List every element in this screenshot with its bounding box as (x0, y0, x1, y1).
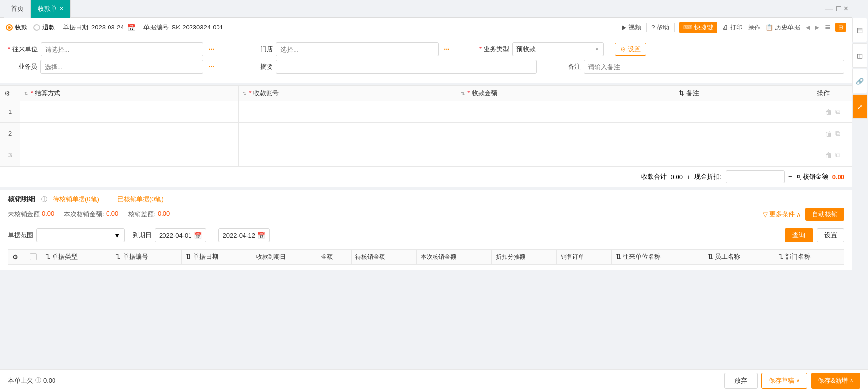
nav-right-icon[interactable]: ▶ (815, 24, 820, 31)
done-tab[interactable]: 已核销单据(0笔) (117, 195, 163, 204)
summary-input[interactable] (276, 60, 537, 74)
date-to-picker[interactable]: 2022-04-12 📅 (218, 228, 270, 242)
row-2-copy-icon[interactable]: ⧉ (835, 129, 840, 138)
radio-shoukuan[interactable]: 收款 (6, 23, 27, 32)
row-3-delete-icon[interactable]: 🗑 (825, 151, 832, 159)
tab-close-icon[interactable]: × (60, 5, 63, 12)
row-1-account[interactable] (238, 101, 457, 123)
bt-discount-header: 折扣分摊额 (491, 250, 556, 265)
select-all-checkbox[interactable] (30, 253, 37, 260)
verify-info-icon[interactable]: ⓘ (41, 196, 47, 204)
store-field: 门店 ··· (244, 42, 450, 56)
row-3-copy-icon[interactable]: ⧉ (835, 151, 840, 159)
row-2-remark[interactable] (675, 123, 813, 144)
sidebar-tool-4-icon: ⤢ (857, 103, 863, 111)
bt-current-header: 本次核销金额 (416, 250, 491, 265)
counterpart-more-icon[interactable]: ··· (208, 45, 214, 53)
help-btn[interactable]: ? 帮助 (651, 23, 669, 32)
window-close-icon[interactable]: × (844, 4, 848, 13)
tab-home[interactable]: 首页 (4, 0, 31, 18)
store-input[interactable] (276, 42, 439, 56)
sidebar-tool-3[interactable]: 🔗 (852, 69, 867, 93)
range-select[interactable]: ▼ (36, 228, 125, 242)
radio-tuikuan[interactable]: 退款 (33, 23, 55, 32)
summary-row: 收款合计 0.00 + 现金折扣: = 可核销金额 0.00 (0, 166, 852, 190)
video-label: 视频 (628, 23, 641, 32)
shortcut-btn[interactable]: ⌨ 快捷键 (679, 22, 717, 33)
history-btn[interactable]: 📋 历史单据 (765, 23, 800, 32)
receipt-type-radio-group: 收款 退款 (6, 23, 55, 32)
summary-total-label: 收款合计 (641, 172, 667, 181)
radio-shoukuan-dot (6, 24, 13, 31)
remark-input[interactable] (584, 60, 844, 74)
verify-section: 核销明细 ⓘ 待核销单据(0笔) 已核销单据(0笔) 未核销金额 0.00 本次… (0, 190, 852, 270)
settings-button[interactable]: ⚙ 设置 (615, 43, 646, 56)
docnum-label: 单据编号 (143, 23, 169, 32)
biztype-select[interactable]: 预收款 ▼ (512, 42, 604, 56)
unverified-value: 0.00 (42, 210, 54, 219)
filter-settings-button[interactable]: 设置 (817, 228, 844, 242)
staff-input[interactable] (40, 60, 203, 74)
nav-left-icon[interactable]: ◀ (805, 24, 810, 31)
range-arrow-icon: ▼ (114, 232, 120, 239)
pending-tab[interactable]: 待核销单据(0笔) (53, 195, 99, 204)
toolbar-right: ▶ 视频 ? 帮助 ⌨ 快捷键 🖨 打印 操作 📋 历史单据 (622, 22, 846, 33)
row-2-actions: 🗑 ⧉ (813, 123, 852, 144)
unverified-label: 未核销金额 (8, 210, 40, 219)
row-3-amount[interactable] (457, 144, 675, 166)
sidebar-tool-2[interactable]: ◫ (852, 43, 867, 68)
video-btn[interactable]: ▶ 视频 (622, 23, 641, 32)
window-minimize-icon[interactable]: — (825, 4, 833, 13)
settings-label: 设置 (628, 45, 641, 54)
date-calendar-icon[interactable]: 📅 (127, 24, 136, 31)
diff-value: 0.00 (158, 210, 170, 219)
summary-discount-input[interactable] (726, 170, 785, 183)
row-3-settlement[interactable] (20, 144, 239, 166)
abandon-button[interactable]: 放弃 (724, 373, 758, 389)
row-1-amount[interactable] (457, 101, 675, 123)
bt-settings-col[interactable]: ⚙ (8, 250, 26, 265)
list-view-icon[interactable]: ≡ (825, 22, 830, 32)
biztype-arrow-icon: ▼ (595, 47, 599, 52)
radio-tuikuan-label: 退款 (42, 23, 55, 32)
row-2-delete-icon[interactable]: 🗑 (825, 130, 832, 138)
settings-icon: ⚙ (620, 46, 626, 53)
filter-icon: ▽ (763, 211, 768, 218)
sidebar-tool-3-icon: 🔗 (856, 78, 864, 85)
table-settings-col[interactable]: ⚙ (0, 86, 20, 101)
row-3-account[interactable] (238, 144, 457, 166)
row-1-copy-icon[interactable]: ⧉ (835, 108, 840, 116)
counterpart-input[interactable] (41, 42, 204, 56)
verify-stats-row: 未核销金额 0.00 本次核销金额: 0.00 核销差额: 0.00 ▽ 更多条… (8, 208, 844, 221)
store-more-icon[interactable]: ··· (444, 45, 450, 53)
print-icon: 🖨 (722, 24, 729, 31)
print-btn[interactable]: 🖨 打印 (722, 23, 743, 32)
footer-info-icon[interactable]: ⓘ (35, 376, 41, 385)
row-2-account[interactable] (238, 123, 457, 144)
more-conditions-btn[interactable]: ▽ 更多条件 ∧ (763, 210, 801, 219)
window-maximize-icon[interactable]: □ (836, 4, 841, 13)
save-new-button[interactable]: 保存&新增 ∧ (811, 373, 860, 389)
current-stat: 本次核销金额: 0.00 (64, 210, 118, 219)
row-2-settlement[interactable] (20, 123, 239, 144)
save-draft-button[interactable]: 保存草稿 ∧ (761, 373, 807, 389)
row-2-amount[interactable] (457, 123, 675, 144)
date-from-picker[interactable]: 2022-04-01 📅 (155, 228, 206, 242)
operation-btn[interactable]: 操作 (748, 23, 760, 32)
table-row: 1 🗑 ⧉ (0, 101, 852, 123)
grid-view-btn[interactable]: ⊞ (835, 23, 846, 32)
query-button[interactable]: 查询 (785, 228, 813, 242)
shortcut-icon: ⌨ (683, 24, 693, 31)
row-1-settlement[interactable] (20, 101, 239, 123)
sidebar-tool-4[interactable]: ⤢ (852, 94, 867, 119)
row-3-remark[interactable] (675, 144, 813, 166)
staff-more-icon[interactable]: ··· (208, 63, 214, 71)
auto-verify-btn[interactable]: 自动核销 (805, 208, 844, 221)
row-1-remark[interactable] (675, 101, 813, 123)
biztype-value: 预收款 (516, 45, 536, 54)
sidebar-tool-1[interactable]: ▤ (852, 18, 867, 42)
sidebar-tool-2-icon: ◫ (857, 52, 863, 59)
tab-shoukuan[interactable]: 收款单 × (31, 0, 71, 18)
tab-shoukuan-label: 收款单 (38, 4, 57, 13)
row-1-delete-icon[interactable]: 🗑 (825, 108, 832, 116)
